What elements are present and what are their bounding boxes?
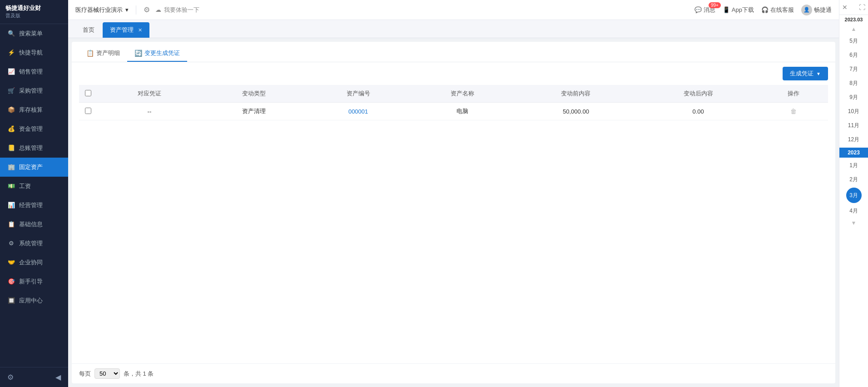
topbar-gear-icon[interactable]: ⚙ [144,5,150,14]
subtab-change-voucher-label: 变更生成凭证 [144,49,180,57]
select-all-checkbox[interactable] [85,90,91,96]
app-download-button[interactable]: 📱 App下载 [723,6,754,14]
subtab-change-voucher[interactable]: 🔄 变更生成凭证 [127,45,187,62]
month-12[interactable]: 12月 [839,133,868,147]
month-8[interactable]: 8月 [839,76,868,90]
cell-after-0: 0.00 [637,103,759,120]
collapse-icon[interactable]: ◀ [55,373,61,382]
cell-asset-code-0: 000001 [306,103,411,120]
row-checkbox-0[interactable] [85,108,91,114]
topbar-right: 💬 消息 99+ 📱 App下载 🎧 在线客服 👤 畅捷通 [694,5,832,15]
sidebar-item-固定资产[interactable]: 🏢 固定资产 [0,158,68,177]
sidebar-item-快捷导航[interactable]: ⚡ 快捷导航 [0,43,68,62]
month-1-2023[interactable]: 1月 [839,159,868,173]
tab-asset-management[interactable]: 资产管理 ✕ [103,22,149,38]
sidebar-label-13: 新手引导 [19,278,43,286]
subtab-bar: 📋 资产明细 🔄 变更生成凭证 [72,42,835,62]
month-9[interactable]: 9月 [839,90,868,104]
sidebar-footer: ⚙ ◀ [0,367,68,387]
sidebar-label-3: 采购管理 [19,87,43,95]
sidebar-label-2: 销售管理 [19,68,43,76]
scroll-up-icon[interactable]: ▲ [839,24,868,34]
sidebar-icon-5: 💰 [7,125,15,133]
col-voucher: 对应凭证 [97,85,202,103]
col-before: 变动前内容 [515,85,637,103]
subtab-asset-detail[interactable]: 📋 资产明细 [79,45,127,62]
sidebar-item-应用中心[interactable]: 🔲 应用中心 [0,291,68,310]
settings-icon[interactable]: ⚙ [7,373,14,382]
month-5[interactable]: 5月 [839,34,868,48]
sidebar-item-总账管理[interactable]: 📒 总账管理 [0,139,68,158]
customer-service-button[interactable]: 🎧 在线客服 [761,6,794,14]
row-checkbox-cell [79,103,97,120]
tab-home[interactable]: 首页 [75,22,102,38]
toolbar: 生成凭证 ▼ [72,62,835,85]
col-change-type: 变动类型 [202,85,306,103]
chevron-down-icon: ▾ [125,6,129,13]
sidebar-label-9: 经营管理 [19,201,43,209]
tab-asset-label: 资产管理 [110,26,134,33]
cell-change-type-0: 资产清理 [202,103,306,120]
sidebar-item-企业协同[interactable]: 🤝 企业协同 [0,253,68,272]
main-area: 医疗器械行业演示 ▾ ⚙ ☁ 我要体验一下 💬 消息 99+ 📱 App下载 🎧… [68,0,839,387]
avatar: 👤 [801,5,812,15]
sidebar-nav: 🔍 搜索菜单 ⚡ 快捷导航 📈 销售管理 🛒 采购管理 📦 库存核算 💰 资金管… [0,24,68,367]
sidebar-item-采购管理[interactable]: 🛒 采购管理 [0,81,68,100]
close-panel-icon[interactable]: ✕ [842,4,848,11]
sidebar-item-库存核算[interactable]: 📦 库存核算 [0,100,68,119]
sidebar-label-8: 工资 [19,182,31,190]
sidebar-item-新手引导[interactable]: 🎯 新手引导 [0,272,68,291]
sidebar-icon-10: 📋 [7,220,15,228]
sidebar-item-经营管理[interactable]: 📊 经营管理 [0,196,68,215]
experience-button[interactable]: ☁ 我要体验一下 [155,6,199,14]
month-3-2023[interactable]: 3月 [846,188,862,203]
col-after: 变动后内容 [637,85,759,103]
sidebar-logo: 畅捷通好业财 普及版 [0,0,68,24]
cell-asset-name-0: 电脑 [411,103,515,120]
sidebar-label-1: 快捷导航 [19,49,43,57]
sidebar-icon-4: 📦 [7,106,15,114]
subtab-asset-detail-label: 资产明细 [96,49,120,57]
company-selector[interactable]: 医疗器械行业演示 ▾ [75,6,129,14]
data-table-wrap: 对应凭证 变动类型 资产编号 资产名称 变动前内容 变动后内容 操作 -- 资产… [72,85,835,363]
topbar-divider [136,5,136,15]
sidebar-label-14: 应用中心 [19,297,43,305]
user-menu[interactable]: 👤 畅捷通 [801,5,832,15]
per-page-select[interactable]: 10 20 50 100 [94,368,120,379]
sidebar-item-系统管理[interactable]: ⚙ 系统管理 [0,234,68,253]
company-name: 医疗器械行业演示 [75,6,123,14]
month-6[interactable]: 6月 [839,48,868,62]
sidebar-item-基础信息[interactable]: 📋 基础信息 [0,215,68,234]
generate-voucher-button[interactable]: 生成凭证 ▼ [783,67,828,80]
month-10[interactable]: 10月 [839,104,868,119]
sidebar-icon-3: 🛒 [7,87,15,95]
month-4-2023[interactable]: 4月 [839,204,868,218]
month-7[interactable]: 7月 [839,62,868,76]
tab-home-label: 首页 [83,26,94,33]
sidebar-label-11: 系统管理 [19,239,43,248]
scroll-down-icon[interactable]: ▼ [839,218,868,228]
change-voucher-icon: 🔄 [134,50,142,57]
content-area: 📋 资产明细 🔄 变更生成凭证 生成凭证 ▼ [72,42,835,383]
sidebar-item-销售管理[interactable]: 📈 销售管理 [0,62,68,81]
sidebar-label-12: 企业协同 [19,258,43,267]
sidebar-label-4: 库存核算 [19,106,43,114]
message-button[interactable]: 💬 消息 99+ [694,6,715,14]
sidebar-item-搜索菜单[interactable]: 🔍 搜索菜单 [0,24,68,43]
delete-icon-0[interactable]: 🗑 [790,108,797,115]
headset-icon: 🎧 [761,6,769,13]
download-icon: 📱 [723,6,730,13]
expand-panel-icon[interactable]: ⛶ [859,4,865,11]
app-name: 畅捷通好业财 [5,5,41,12]
tab-close-icon[interactable]: ✕ [138,27,142,33]
sidebar-item-工资[interactable]: 💵 工资 [0,177,68,196]
customer-service-label: 在线客服 [770,6,794,14]
cloud-icon: ☁ [155,6,161,13]
month-11[interactable]: 11月 [839,119,868,133]
topbar: 医疗器械行业演示 ▾ ⚙ ☁ 我要体验一下 💬 消息 99+ 📱 App下载 🎧… [68,0,839,20]
sidebar-icon-6: 📒 [7,144,15,152]
sidebar-item-资金管理[interactable]: 💰 资金管理 [0,119,68,139]
month-2-2023[interactable]: 2月 [839,173,868,187]
sidebar-icon-1: ⚡ [7,49,15,57]
sidebar-label-10: 基础信息 [19,220,43,228]
